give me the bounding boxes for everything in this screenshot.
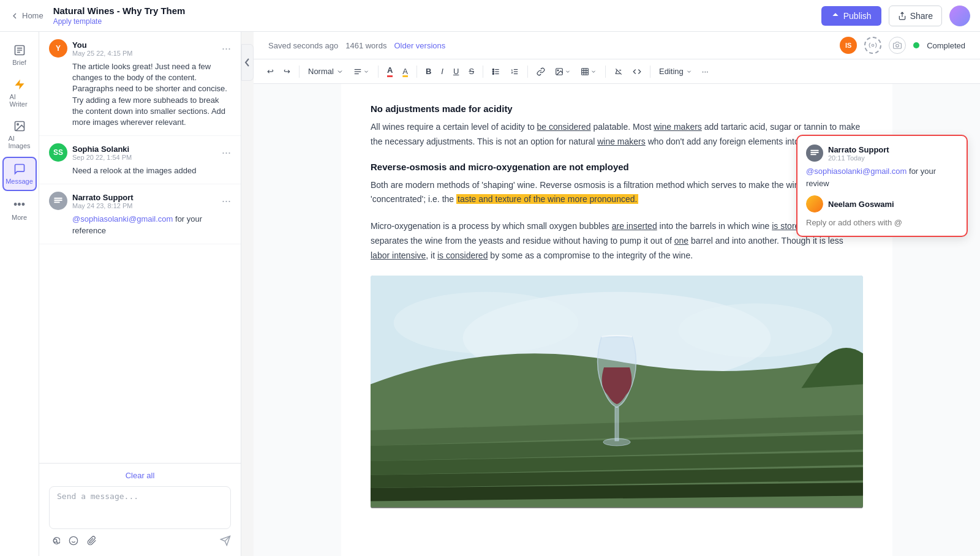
publish-button[interactable]: Publish bbox=[821, 6, 881, 26]
status-text: Completed bbox=[927, 41, 965, 50]
comment-popup: Narrato Support 20:11 Today @sophiasolan… bbox=[796, 135, 892, 237]
back-button[interactable]: Home bbox=[10, 11, 43, 21]
popup-reply-avatar-img bbox=[806, 195, 823, 212]
svg-rect-42 bbox=[810, 152, 818, 153]
doc-title: Natural Wines - Why Try Them bbox=[53, 6, 821, 16]
source-button[interactable] bbox=[629, 65, 645, 78]
editor-meta-bar: Saved seconds ago 1461 words Older versi… bbox=[254, 32, 980, 59]
sidebar-item-ai-writer-label: AI Writer bbox=[10, 93, 29, 108]
popup-time: 20:11 Today bbox=[828, 154, 889, 162]
svg-point-12 bbox=[872, 44, 874, 47]
clear-all-button[interactable]: Clear all bbox=[49, 471, 231, 480]
popup-reply-name: Neelam Goswami bbox=[828, 200, 892, 209]
sidebar-item-ai-images[interactable]: AI Images bbox=[2, 115, 37, 154]
toolbar-separator-4 bbox=[483, 66, 483, 78]
clear-format-button[interactable] bbox=[611, 65, 627, 78]
editor-toolbar: ↩ ↪ Normal A A B I U S bbox=[254, 59, 980, 84]
comment-2-time: Sep 20 22, 1:54 PM bbox=[72, 154, 217, 161]
highlight-button[interactable]: A bbox=[399, 64, 412, 78]
comment-1-more-icon[interactable]: ··· bbox=[222, 42, 231, 55]
undo-button[interactable]: ↩ bbox=[263, 64, 277, 78]
send-message-button[interactable] bbox=[220, 535, 231, 548]
comments-list: Y You May 25 22, 4:15 PM ··· The article… bbox=[39, 32, 241, 463]
back-label: Home bbox=[22, 11, 43, 20]
link-button[interactable] bbox=[533, 65, 549, 78]
top-bar: Home Natural Wines - Why Try Them Apply … bbox=[0, 0, 980, 32]
comment-item-1[interactable]: Y You May 25 22, 4:15 PM ··· The article… bbox=[39, 32, 241, 136]
sidebar-item-more[interactable]: ••• More bbox=[2, 193, 37, 226]
italic-button[interactable]: I bbox=[437, 64, 447, 78]
comment-2-more-icon[interactable]: ··· bbox=[222, 146, 231, 159]
table-button[interactable] bbox=[577, 65, 600, 78]
comment-3-avatar bbox=[49, 192, 67, 210]
comment-3-meta: Narrato Support May 24 23, 8:12 PM bbox=[72, 193, 217, 209]
strikethrough-icon: S bbox=[469, 67, 474, 76]
svg-rect-5 bbox=[54, 202, 59, 203]
comment-3-time: May 24 23, 8:12 PM bbox=[72, 202, 217, 209]
message-input[interactable] bbox=[49, 486, 231, 529]
collapse-panel-button[interactable] bbox=[241, 44, 254, 81]
saved-text: Saved seconds ago bbox=[268, 41, 338, 50]
strikethrough-button[interactable]: S bbox=[465, 64, 478, 78]
popup-avatar bbox=[806, 145, 823, 162]
sidebar-item-message[interactable]: Message bbox=[2, 157, 37, 191]
comment-3-header: Narrato Support May 24 23, 8:12 PM ··· bbox=[49, 192, 231, 210]
comment-item-2[interactable]: SS Sophia Solanki Sep 20 22, 1:54 PM ···… bbox=[39, 136, 241, 184]
section2-paragraph2: Micro-oxygenation is a process by which … bbox=[371, 219, 863, 263]
svg-point-37 bbox=[679, 303, 832, 357]
comment-3-text: @sophiasolanki@gmail.com for your refere… bbox=[49, 214, 231, 236]
sidebar-item-brief[interactable]: Brief bbox=[2, 39, 37, 71]
text-color-icon: A bbox=[387, 66, 393, 77]
comment-2-meta: Sophia Solanki Sep 20 22, 1:54 PM bbox=[72, 145, 217, 161]
comment-2-header: SS Sophia Solanki Sep 20 22, 1:54 PM ··· bbox=[49, 143, 231, 162]
editing-mode-selector[interactable]: Editing bbox=[655, 64, 696, 78]
attachment-button[interactable] bbox=[86, 535, 98, 549]
share-button[interactable]: Share bbox=[889, 6, 942, 26]
text-color-button[interactable]: A bbox=[383, 63, 396, 80]
mention-button[interactable] bbox=[49, 535, 61, 549]
comment-2-author: Sophia Solanki bbox=[72, 145, 217, 154]
toolbar-separator-7 bbox=[650, 66, 650, 78]
toolbar-separator-1 bbox=[299, 66, 300, 78]
redo-button[interactable]: ↪ bbox=[280, 64, 294, 78]
svg-point-27 bbox=[557, 70, 559, 71]
unordered-list-button[interactable] bbox=[488, 65, 504, 78]
bold-button[interactable]: B bbox=[422, 64, 435, 78]
wine-glass-svg bbox=[586, 331, 647, 453]
comment-item-3[interactable]: Narrato Support May 24 23, 8:12 PM ··· @… bbox=[39, 184, 241, 244]
section2-paragraph1: Both are modern methods of 'shaping' win… bbox=[371, 178, 863, 208]
svg-point-7 bbox=[69, 536, 77, 544]
ordered-list-button[interactable] bbox=[507, 65, 522, 78]
svg-point-13 bbox=[896, 44, 899, 47]
underline-button[interactable]: U bbox=[450, 64, 462, 78]
apply-template-link[interactable]: Apply template bbox=[53, 17, 821, 26]
highlighted-text: taste and texture of the wine more prono… bbox=[456, 194, 638, 204]
editor-area: Saved seconds ago 1461 words Older versi… bbox=[254, 32, 980, 556]
word-count: 1461 words bbox=[345, 41, 386, 50]
sidebar-item-more-label: More bbox=[12, 214, 27, 221]
popup-email-link[interactable]: @sophiasolanki@gmail.com bbox=[806, 167, 892, 176]
svg-point-22 bbox=[492, 73, 494, 74]
more-options-button[interactable]: ··· bbox=[698, 64, 712, 78]
svg-point-20 bbox=[492, 69, 494, 70]
section1-paragraph: All wines require a certain level of aci… bbox=[371, 120, 863, 149]
text-style-selector[interactable]: Normal bbox=[304, 64, 347, 78]
older-versions-link[interactable]: Older versions bbox=[394, 41, 445, 50]
comment-1-author: You bbox=[72, 40, 217, 50]
doc-title-area: Natural Wines - Why Try Them Apply templ… bbox=[53, 6, 821, 26]
svg-rect-43 bbox=[810, 154, 816, 155]
comment-3-author: Narrato Support bbox=[72, 193, 217, 202]
align-button[interactable] bbox=[350, 65, 373, 78]
image-button[interactable] bbox=[551, 65, 575, 78]
emoji-button[interactable] bbox=[67, 535, 80, 549]
comment-3-more-icon[interactable]: ··· bbox=[222, 195, 231, 208]
svg-point-2 bbox=[17, 124, 18, 126]
svg-rect-41 bbox=[810, 150, 818, 151]
sidebar-item-ai-writer[interactable]: AI Writer bbox=[2, 73, 37, 113]
comment-2-text: Need a relook at the images added bbox=[49, 165, 231, 176]
user-avatar[interactable] bbox=[949, 6, 970, 26]
popup-reply-input[interactable] bbox=[806, 218, 892, 227]
sidebar-item-ai-images-label: AI Images bbox=[8, 135, 30, 149]
message-actions bbox=[49, 535, 231, 549]
svg-point-40 bbox=[603, 438, 630, 446]
